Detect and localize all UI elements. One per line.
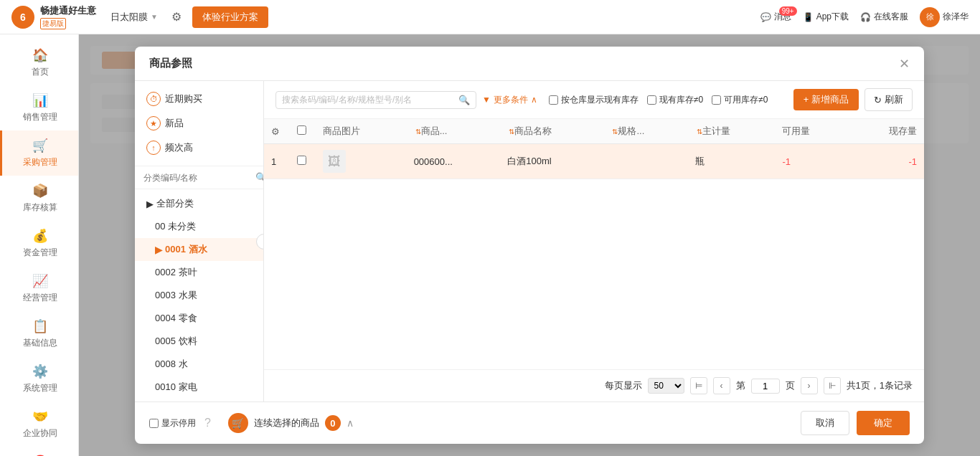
sidebar-item-sales[interactable]: 📊 销售管理 (0, 85, 78, 130)
cat-water[interactable]: 0008 水 (135, 353, 263, 376)
checkbox-usable-ne0[interactable]: 可用库存≠0 (712, 94, 768, 106)
message-icon: 💬 (760, 12, 771, 22)
more-filters-button[interactable]: ▼ 更多条件 ∧ (482, 94, 537, 106)
frequent-icon: ↑ (146, 141, 161, 155)
checkbox-available-input[interactable] (647, 95, 656, 105)
sidebar-item-basic-info[interactable]: 📋 基础信息 (0, 311, 78, 356)
footer-actions: 取消 确定 (801, 411, 910, 435)
name-sort-icon: ⇅ (509, 128, 514, 136)
cat-appliance[interactable]: 0010 家电 (135, 376, 263, 399)
next-page-button[interactable]: › (801, 377, 818, 394)
checkbox-warehouse[interactable]: 按仓库显示现有库存 (549, 94, 639, 106)
sidebar-label-operations: 经营管理 (23, 292, 57, 304)
recent-icon: ⏱ (146, 92, 161, 106)
quick-item-recent[interactable]: ⏱ 近期购买 (135, 87, 263, 111)
quick-item-new[interactable]: ★ 新品 (135, 111, 263, 136)
product-search-input[interactable] (282, 95, 456, 105)
all-expand-arrow: ▶ (146, 199, 154, 209)
filter-icon: ▼ (482, 95, 491, 105)
col-settings[interactable]: ⚙ (264, 119, 290, 144)
help-icon[interactable]: ? (204, 417, 211, 429)
checkbox-available-ne0[interactable]: 现有库存≠0 (647, 94, 703, 106)
show-disabled-input[interactable] (149, 419, 159, 428)
row-available: -1 (775, 144, 849, 179)
cat-all[interactable]: ▶ 全部分类 (135, 192, 263, 215)
checkbox-usable-input[interactable] (712, 95, 721, 105)
row-checkbox[interactable] (290, 144, 316, 179)
settings-button[interactable]: ⚙ (166, 7, 187, 27)
user-menu[interactable]: 徐 徐泽华 (920, 7, 969, 27)
total-info: 共1页，1条记录 (847, 379, 913, 392)
prev-page-button[interactable]: ‹ (713, 377, 730, 394)
product-image: 🖼 (323, 150, 346, 173)
refresh-button[interactable]: ↻ 刷新 (864, 88, 913, 111)
col-image: 商品图片 (316, 119, 407, 144)
category-search-icon[interactable]: 🔍 (255, 172, 264, 183)
sidebar-item-guide[interactable]: 🎯 新手引导 (0, 447, 78, 456)
sidebar-item-home[interactable]: 🏠 首页 (0, 40, 78, 85)
sidebar-item-finance[interactable]: 💰 资金管理 (0, 221, 78, 266)
cancel-button[interactable]: 取消 (801, 411, 849, 435)
app-download-button[interactable]: 📱 App下载 (803, 11, 849, 23)
sidebar-item-operations[interactable]: 📈 经营管理 (0, 266, 78, 311)
sidebar-label-inventory: 库存核算 (23, 201, 57, 214)
per-page-select[interactable]: 50 10 20 100 (648, 378, 684, 394)
cat-unclassified[interactable]: 00 未分类 (135, 215, 263, 238)
new-icon: ★ (146, 116, 161, 130)
product-search-wrap: 🔍 (275, 91, 476, 109)
row-unit: 瓶 (688, 144, 775, 179)
sidebar: 🏠 首页 📊 销售管理 🛒 采购管理 📦 库存核算 💰 资金管理 📈 经营管理 … (0, 34, 79, 456)
cat-fruit[interactable]: 0003 水果 (135, 284, 263, 307)
sidebar-item-system[interactable]: ⚙️ 系统管理 (0, 356, 78, 402)
col-code[interactable]: ⇅商品... (407, 119, 501, 144)
col-available: 可用量 (775, 119, 849, 144)
modal-close-button[interactable]: ✕ (899, 57, 910, 70)
first-page-button[interactable]: ⊨ (690, 377, 707, 394)
category-search-input[interactable] (143, 173, 251, 183)
modal-body: ⏱ 近期购买 ★ 新品 ↑ 频次高 (135, 81, 924, 402)
sidebar-label-basic-info: 基础信息 (23, 337, 57, 349)
sidebar-item-enterprise[interactable]: 🤝 企业协同 (0, 402, 78, 447)
cat-tea[interactable]: 0002 茶叶 (135, 261, 263, 284)
refresh-icon: ↻ (874, 95, 882, 105)
cat-beverage[interactable]: 0005 饮料 (135, 330, 263, 353)
table-row[interactable]: 1 🖼 000600... 白酒100ml 瓶 (264, 144, 924, 179)
cart-collapse-button[interactable]: ∧ (347, 417, 354, 429)
pagination: 每页显示 50 10 20 100 ⊨ ‹ 第 页 (264, 369, 924, 402)
col-spec[interactable]: ⇅规格... (603, 119, 688, 144)
col-checkbox[interactable] (290, 119, 316, 144)
col-settings-icon: ⚙ (271, 126, 280, 137)
logo-icon: 6 (11, 6, 34, 29)
row-checkbox-input[interactable] (297, 156, 306, 165)
select-all-checkbox[interactable] (297, 125, 306, 135)
experience-button[interactable]: 体验行业方案 (192, 6, 268, 28)
topbar-right: 💬 消息 99+ 📱 App下载 🎧 在线客服 徐 徐泽华 (760, 7, 969, 27)
confirm-button[interactable]: 确定 (857, 411, 910, 435)
online-service-button[interactable]: 🎧 在线客服 (860, 11, 908, 23)
enterprise-icon: 🤝 (32, 409, 48, 424)
sidebar-item-purchase[interactable]: 🛒 采购管理 (0, 130, 78, 176)
main-layout: 🏠 首页 📊 销售管理 🛒 采购管理 📦 库存核算 💰 资金管理 📈 经营管理 … (0, 34, 980, 456)
cat-liquor[interactable]: ▶ 0001 酒水 (135, 238, 263, 261)
content-area: 商品参照 ✕ ⏱ 近期购买 ★ (79, 34, 980, 456)
product-reference-modal: 商品参照 ✕ ⏱ 近期购买 ★ (135, 47, 924, 444)
company-selector[interactable]: 日太阳膜 ▼ (110, 11, 158, 24)
unit-sort-icon: ⇅ (697, 128, 702, 136)
search-icon[interactable]: 🔍 (458, 95, 470, 105)
last-page-button[interactable]: ⊩ (824, 377, 841, 394)
checkbox-warehouse-input[interactable] (549, 95, 558, 105)
col-name[interactable]: ⇅商品名称 (500, 119, 603, 144)
row-name: 白酒100ml (500, 144, 603, 179)
messages-button[interactable]: 💬 消息 99+ (760, 11, 791, 23)
cat-snack[interactable]: 0004 零食 (135, 307, 263, 330)
sidebar-item-inventory[interactable]: 📦 库存核算 (0, 176, 78, 221)
quick-item-frequent[interactable]: ↑ 频次高 (135, 136, 263, 160)
search-filter-bar: 🔍 ▼ 更多条件 ∧ 按仓库显示现有库存 (264, 81, 924, 119)
col-unit[interactable]: ⇅主计量 (688, 119, 775, 144)
cart-icon[interactable]: 🛒 (228, 413, 248, 433)
show-disabled-checkbox[interactable]: 显示停用 (149, 417, 196, 429)
add-product-button[interactable]: + 新增商品 (793, 89, 859, 110)
sidebar-label-finance: 资金管理 (23, 247, 57, 259)
page-number-input[interactable] (751, 379, 780, 394)
row-code: 000600... (407, 144, 501, 179)
